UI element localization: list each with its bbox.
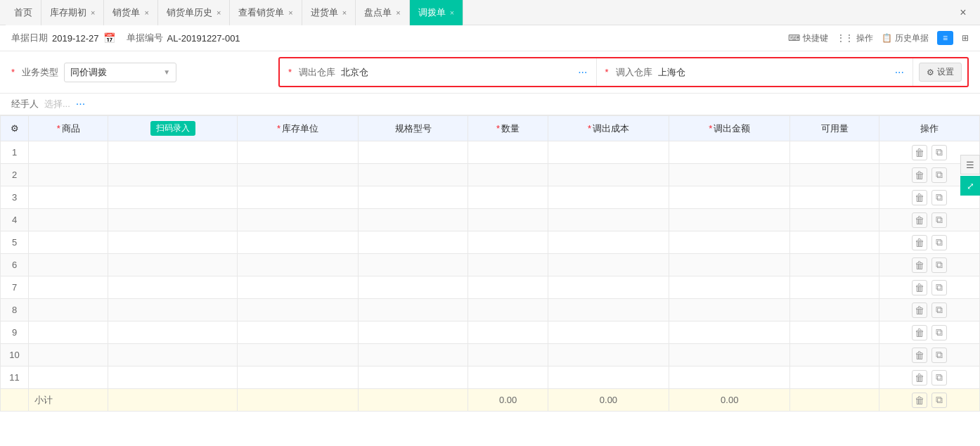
- subtotal-delete-icon[interactable]: 🗑: [912, 393, 927, 408]
- tab-sales-order-close[interactable]: ×: [144, 8, 148, 17]
- col-settings[interactable]: ⚙: [1, 116, 29, 141]
- row-unit-3[interactable]: [237, 186, 358, 209]
- row-product-7[interactable]: [29, 276, 108, 299]
- tab-transfer-order-close[interactable]: ×: [450, 8, 454, 17]
- delete-icon-8[interactable]: 🗑: [912, 302, 927, 318]
- row-quantity-11[interactable]: [468, 367, 548, 389]
- tab-sales-history-close[interactable]: ×: [217, 8, 221, 17]
- row-amount-8[interactable]: [669, 299, 790, 321]
- delete-icon-5[interactable]: 🗑: [912, 235, 927, 250]
- copy-icon-9[interactable]: ⧉: [931, 325, 947, 340]
- row-unit-7[interactable]: [237, 276, 358, 299]
- tab-inventory-check-close[interactable]: ×: [396, 8, 400, 17]
- row-unit-10[interactable]: [237, 344, 358, 367]
- row-amount-9[interactable]: [669, 321, 790, 344]
- copy-icon-1[interactable]: ⧉: [931, 145, 947, 160]
- row-cost-4[interactable]: [548, 209, 669, 231]
- grid-button[interactable]: ⊞: [962, 33, 969, 43]
- row-product-2[interactable]: [29, 164, 108, 186]
- delete-icon-7[interactable]: 🗑: [912, 280, 927, 295]
- tab-purchase-order-close[interactable]: ×: [342, 8, 347, 17]
- row-spec-10[interactable]: [359, 344, 468, 367]
- row-cost-6[interactable]: [548, 254, 669, 276]
- row-cost-2[interactable]: [548, 164, 669, 186]
- row-amount-1[interactable]: [669, 141, 790, 164]
- row-cost-9[interactable]: [548, 321, 669, 344]
- row-unit-5[interactable]: [237, 231, 358, 254]
- copy-icon-2[interactable]: ⧉: [931, 167, 947, 183]
- row-unit-9[interactable]: [237, 321, 358, 344]
- copy-icon-6[interactable]: ⧉: [931, 257, 947, 273]
- row-cost-10[interactable]: [548, 344, 669, 367]
- row-spec-5[interactable]: [359, 231, 468, 254]
- row-cost-11[interactable]: [548, 367, 669, 389]
- row-product-9[interactable]: [29, 321, 108, 344]
- row-quantity-7[interactable]: [468, 276, 548, 299]
- row-spec-6[interactable]: [359, 254, 468, 276]
- row-quantity-1[interactable]: [468, 141, 548, 164]
- tab-inventory-check[interactable]: 盘点单 ×: [356, 0, 409, 25]
- row-product-1[interactable]: [29, 141, 108, 164]
- delete-icon-4[interactable]: 🗑: [912, 212, 927, 228]
- tab-view-sales[interactable]: 查看销货单 ×: [230, 0, 302, 25]
- row-amount-7[interactable]: [669, 276, 790, 299]
- tab-sales-history[interactable]: 销货单历史 ×: [158, 0, 230, 25]
- settings-gear-button[interactable]: ⚙ 设置: [919, 63, 962, 82]
- row-unit-11[interactable]: [237, 367, 358, 389]
- person-select[interactable]: 选择...: [44, 98, 70, 110]
- row-quantity-5[interactable]: [468, 231, 548, 254]
- row-spec-1[interactable]: [359, 141, 468, 164]
- row-spec-7[interactable]: [359, 276, 468, 299]
- row-quantity-8[interactable]: [468, 299, 548, 321]
- tab-transfer-order[interactable]: 调拨单 ×: [410, 0, 463, 25]
- row-unit-1[interactable]: [237, 141, 358, 164]
- person-more-button[interactable]: ···: [76, 98, 85, 110]
- delete-icon-1[interactable]: 🗑: [912, 145, 927, 160]
- row-spec-3[interactable]: [359, 186, 468, 209]
- row-amount-2[interactable]: [669, 164, 790, 186]
- warehouse-out-more-button[interactable]: ···: [578, 66, 587, 79]
- row-product-3[interactable]: [29, 186, 108, 209]
- copy-icon-10[interactable]: ⧉: [931, 348, 947, 363]
- tab-home[interactable]: 首页: [6, 0, 41, 25]
- row-cost-5[interactable]: [548, 231, 669, 254]
- window-close-button[interactable]: ×: [952, 0, 974, 25]
- copy-icon-5[interactable]: ⧉: [931, 235, 947, 250]
- tab-view-sales-close[interactable]: ×: [288, 8, 292, 17]
- tab-inventory-init[interactable]: 库存期初 ×: [41, 0, 104, 25]
- row-product-4[interactable]: [29, 209, 108, 231]
- delete-icon-2[interactable]: 🗑: [912, 167, 927, 183]
- delete-icon-3[interactable]: 🗑: [912, 190, 927, 205]
- history-button[interactable]: 📋 历史单据: [882, 32, 929, 44]
- copy-icon-11[interactable]: ⧉: [931, 370, 947, 386]
- row-spec-8[interactable]: [359, 299, 468, 321]
- row-quantity-9[interactable]: [468, 321, 548, 344]
- row-unit-6[interactable]: [237, 254, 358, 276]
- row-amount-10[interactable]: [669, 344, 790, 367]
- row-cost-7[interactable]: [548, 276, 669, 299]
- calendar-icon[interactable]: 📅: [103, 32, 115, 44]
- tab-sales-order[interactable]: 销货单 ×: [104, 0, 157, 25]
- business-type-select[interactable]: 同价调拨 ▼: [64, 63, 176, 82]
- row-amount-11[interactable]: [669, 367, 790, 389]
- row-product-11[interactable]: [29, 367, 108, 389]
- sidebar-expand-button[interactable]: ⤢: [960, 176, 980, 196]
- row-unit-4[interactable]: [237, 209, 358, 231]
- operation-button[interactable]: ⋮⋮ 操作: [837, 32, 873, 44]
- layout-button[interactable]: ≡: [937, 31, 953, 45]
- tab-purchase-order[interactable]: 进货单 ×: [302, 0, 356, 25]
- copy-icon-4[interactable]: ⧉: [931, 212, 947, 228]
- row-amount-5[interactable]: [669, 231, 790, 254]
- row-product-10[interactable]: [29, 344, 108, 367]
- delete-icon-10[interactable]: 🗑: [912, 348, 927, 363]
- scan-button[interactable]: 扫码录入: [150, 121, 195, 136]
- row-product-6[interactable]: [29, 254, 108, 276]
- row-cost-1[interactable]: [548, 141, 669, 164]
- row-spec-11[interactable]: [359, 367, 468, 389]
- row-cost-3[interactable]: [548, 186, 669, 209]
- subtotal-copy-icon[interactable]: ⧉: [931, 393, 947, 408]
- table-gear-icon[interactable]: ⚙: [11, 123, 19, 134]
- copy-icon-3[interactable]: ⧉: [931, 190, 947, 205]
- row-amount-4[interactable]: [669, 209, 790, 231]
- row-spec-4[interactable]: [359, 209, 468, 231]
